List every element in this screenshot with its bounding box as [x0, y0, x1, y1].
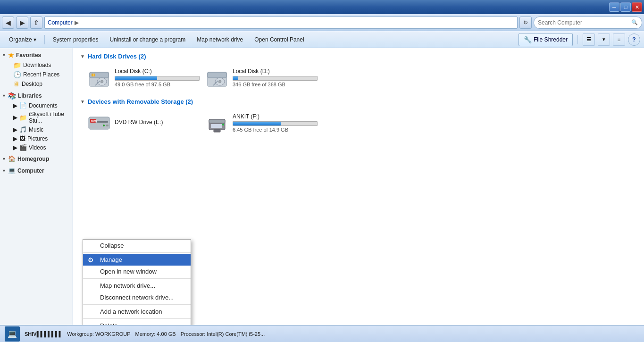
ctx-manage[interactable]: ⚙ Manage [83, 254, 191, 266]
sidebar-item-music[interactable]: ▶ 🎵 Music [0, 125, 73, 134]
title-bar: ─ □ ✕ [0, 0, 644, 14]
pictures-label: Pictures [27, 135, 48, 142]
drive-c-bar-bg [115, 76, 200, 81]
hard-disk-section: ▼ Hard Disk Drives (2) [80, 53, 637, 91]
sidebar-item-desktop[interactable]: 🖥 Desktop [0, 79, 73, 89]
drive-c-icon [88, 67, 110, 88]
computer-header[interactable]: ▼ 💻 Computer [0, 166, 73, 175]
svg-rect-9 [208, 72, 226, 78]
drive-e-icon-wrap: DVD [87, 112, 111, 133]
sidebar-item-documents[interactable]: ▶ 📄 Documents [0, 101, 73, 110]
downloads-label: Downloads [23, 62, 51, 68]
libraries-header[interactable]: ▼ 📚 Libraries [0, 91, 73, 101]
music-label: Music [29, 126, 43, 133]
sidebar-item-pictures[interactable]: ▶ 🖼 Pictures [0, 134, 73, 143]
status-computer-icon: 💻 [5, 326, 20, 342]
drive-d-bar-fill [233, 76, 238, 80]
ctx-open-new-window[interactable]: Open in new window [83, 266, 191, 277]
search-box[interactable]: 🔍 [534, 17, 642, 29]
drive-c-item[interactable]: Local Disk (C:) 49.0 GB free of 97.5 GB [85, 65, 198, 91]
ctx-delete[interactable]: Delete [83, 320, 191, 325]
sidebar-item-videos[interactable]: ▶ 🎬 Videos [0, 143, 73, 152]
up-button[interactable]: ⇧ [30, 17, 42, 29]
music-icon: 🎵 [19, 126, 27, 133]
system-properties-button[interactable]: System properties [48, 33, 104, 46]
back-button[interactable]: ◀ [2, 17, 14, 29]
recent-places-icon: 🕒 [13, 71, 21, 78]
iskysoft-label: iSkysoft iTube Stu... [29, 111, 69, 124]
drive-d-name: Local Disk (D:) [233, 68, 318, 75]
status-memory: Memory: 4.00 GB [135, 331, 176, 337]
search-icon: 🔍 [631, 19, 638, 25]
hard-disk-collapse-icon: ▼ [80, 54, 85, 59]
open-control-panel-button[interactable]: Open Control Panel [249, 33, 309, 46]
search-input[interactable] [538, 19, 629, 26]
favorites-section: ▼ ★ Favorites 📁 Downloads 🕒 Recent Place… [0, 50, 73, 89]
libraries-label: Libraries [18, 92, 42, 99]
computer-icon: 💻 [8, 167, 16, 174]
view-large-button[interactable]: ▾ [598, 33, 610, 46]
refresh-button[interactable]: ↻ [519, 17, 532, 29]
view-options-button[interactable]: ☰ [583, 33, 595, 46]
drive-f-info: ANKIT (F:) 6.45 GB free of 14.9 GB [233, 113, 318, 133]
organize-button[interactable]: Organize ▾ [4, 33, 42, 46]
close-button[interactable]: ✕ [632, 2, 642, 12]
recent-places-label: Recent Places [23, 71, 59, 78]
ctx-disconnect[interactable]: Disconnect network drive... [83, 292, 191, 303]
status-processor: Processor: Intel(R) Core(TM) i5-25... [181, 331, 265, 337]
status-computer-name: SHIV▌▌▌▌▌▌▌ [25, 331, 62, 337]
drive-f-item[interactable]: ANKIT (F:) 6.45 GB free of 14.9 GB [203, 110, 316, 136]
ctx-collapse[interactable]: Collapse [83, 240, 191, 251]
maximize-button[interactable]: □ [620, 2, 631, 12]
libraries-icon: 📚 [8, 92, 16, 100]
videos-expand-icon: ▶ [13, 144, 17, 151]
title-bar-buttons: ─ □ ✕ [609, 2, 642, 12]
ctx-map-network[interactable]: Map network drive... [83, 280, 191, 292]
svg-rect-16 [97, 121, 108, 123]
removable-section: ▼ Devices with Removable Storage (2) DVD [80, 98, 637, 136]
documents-label: Documents [29, 102, 58, 109]
ctx-divider-1 [83, 252, 191, 253]
sidebar-item-downloads[interactable]: 📁 Downloads [0, 60, 73, 70]
documents-icon: ▶ [13, 102, 17, 109]
path-computer: Computer [48, 19, 73, 26]
computer-label: Computer [17, 167, 44, 174]
drive-d-item[interactable]: Local Disk (D:) 346 GB free of 368 GB [203, 65, 316, 91]
drive-e-name: DVD RW Drive (E:) [115, 119, 196, 125]
uninstall-button[interactable]: Uninstall or change a program [104, 33, 191, 46]
ctx-add-network[interactable]: Add a network location [83, 306, 191, 317]
sidebar-item-iskysoft[interactable]: ▶ 📁 iSkysoft iTube Stu... [0, 110, 73, 125]
drive-e-info: DVD RW Drive (E:) [115, 119, 196, 127]
removable-header[interactable]: ▼ Devices with Removable Storage (2) [80, 98, 637, 105]
main-layout: ▼ ★ Favorites 📁 Downloads 🕒 Recent Place… [0, 48, 644, 325]
help-button[interactable]: ? [628, 33, 640, 46]
homegroup-label: Homegroup [17, 156, 49, 162]
context-menu: Collapse ⚙ Manage Open in new window Map… [83, 239, 191, 325]
address-bar: ◀ ▶ ⇧ Computer ▶ ↻ 🔍 [0, 14, 644, 31]
forward-button[interactable]: ▶ [16, 17, 28, 29]
minimize-button[interactable]: ─ [609, 2, 619, 12]
removable-drives-grid: DVD DVD RW Drive (E:) [80, 110, 637, 136]
desktop-icon: 🖥 [13, 80, 20, 88]
videos-icon: 🎬 [19, 144, 27, 151]
svg-point-11 [218, 80, 221, 83]
map-network-button[interactable]: Map network drive [192, 33, 248, 46]
toolbar-right: 🔧 File Shredder ☰ ▾ ≡ ? [519, 33, 640, 46]
hard-disk-header[interactable]: ▼ Hard Disk Drives (2) [80, 53, 637, 60]
sidebar-item-recent-places[interactable]: 🕒 Recent Places [0, 70, 73, 79]
iskysoft-expand-icon: ▶ [13, 114, 17, 121]
desktop-label: Desktop [22, 81, 42, 87]
address-path[interactable]: Computer ▶ [44, 17, 518, 29]
drive-d-icon-wrap [205, 67, 229, 88]
drive-c-space: 49.0 GB free of 97.5 GB [115, 82, 200, 87]
computer-section: ▼ 💻 Computer [0, 166, 73, 175]
svg-rect-21 [214, 130, 220, 132]
homegroup-header[interactable]: ▼ 🏠 Homegroup [0, 154, 73, 164]
ctx-divider-4 [83, 318, 191, 319]
drive-d-space: 346 GB free of 368 GB [233, 82, 318, 87]
drive-e-item[interactable]: DVD DVD RW Drive (E:) [85, 110, 198, 136]
details-view-button[interactable]: ≡ [613, 33, 625, 46]
file-shredder-button[interactable]: 🔧 File Shredder [519, 33, 573, 46]
favorites-header[interactable]: ▼ ★ Favorites [0, 50, 73, 60]
drive-f-icon [205, 113, 229, 133]
